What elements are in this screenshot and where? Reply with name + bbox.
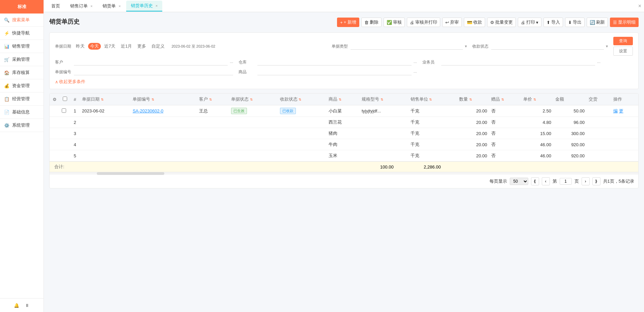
sidebar-item-inventory[interactable]: 🏠 库存核算 xyxy=(0,66,44,79)
cell-actions: 编更 xyxy=(611,105,638,117)
cell-price: 46.00 xyxy=(521,150,553,161)
col-price[interactable]: 单价 ⇅ xyxy=(521,94,553,105)
page-next-button[interactable]: › xyxy=(582,177,590,185)
cell-payment-status xyxy=(278,139,327,150)
sort-customer-icon: ⇅ xyxy=(209,98,212,101)
audit-print-button[interactable]: 🖨 审核并打印 xyxy=(407,18,440,27)
col-doc-num[interactable]: 单据编号 ⇅ xyxy=(131,94,197,105)
col-gift[interactable]: 赠品 ⇅ xyxy=(489,94,521,105)
per-page-select[interactable]: 50 100 200 xyxy=(510,178,528,185)
date-tag-7days[interactable]: 近7天 xyxy=(102,43,117,50)
date-tag-1month[interactable]: 近1月 xyxy=(119,43,134,50)
cell-check[interactable] xyxy=(60,150,70,161)
purchase-mgmt-icon: 🛒 xyxy=(4,57,9,62)
filter-payment-status: 收款状态 ▾ xyxy=(472,43,608,50)
select-all-checkbox[interactable] xyxy=(63,97,67,101)
print-icon: 🖨 xyxy=(521,20,525,25)
tab-sales-order[interactable]: 销售订单 × xyxy=(65,1,97,11)
tab-sales-delivery[interactable]: 销货单 × xyxy=(98,1,125,11)
sidebar-item-finance[interactable]: 💰 资金管理 xyxy=(0,79,44,93)
delete-button[interactable]: 🗑 删除 xyxy=(361,18,382,27)
tab-sales-history[interactable]: 销货单历史 × xyxy=(126,1,162,11)
new-button[interactable]: + + 新增 xyxy=(337,18,359,27)
col-date[interactable]: 单据日期 ⇅ xyxy=(80,94,131,105)
query-settings-button[interactable]: 设置 xyxy=(613,47,633,56)
doc-type-label: 单据类型 xyxy=(332,44,348,49)
product-input[interactable] xyxy=(257,69,411,75)
audit-button[interactable]: ✅ 审核 xyxy=(384,18,405,27)
warehouse-input[interactable] xyxy=(257,59,411,66)
customer-picker-icon[interactable]: ··· xyxy=(230,60,233,65)
collect-button[interactable]: 💳 收款 xyxy=(464,18,485,27)
sidebar-item-label: 采购管理 xyxy=(12,56,30,62)
more-action-link[interactable]: 更 xyxy=(619,108,623,113)
page-number-input[interactable] xyxy=(560,178,572,185)
tab-sales-order-close[interactable]: × xyxy=(90,4,92,8)
cell-check[interactable] xyxy=(60,117,70,128)
cell-check[interactable] xyxy=(60,139,70,150)
tab-sales-delivery-close[interactable]: × xyxy=(118,4,120,8)
batch-change-button[interactable]: ⚙ 批量变更 xyxy=(487,18,516,27)
export-button[interactable]: ⬇ 导出 xyxy=(565,18,585,27)
show-detail-button[interactable]: ☰ 显示明细 xyxy=(610,18,639,27)
doc-num-input[interactable] xyxy=(74,69,233,75)
sidebar-item-quick-nav[interactable]: ⚡ 快捷导航 xyxy=(0,27,44,40)
pause-icon[interactable]: ⏸ xyxy=(23,301,31,309)
filter-product: 商品 ··· xyxy=(239,69,417,75)
col-customer[interactable]: 客户 ⇅ xyxy=(197,94,229,105)
doc-num-link[interactable]: SA-20230602-0 xyxy=(133,108,163,113)
refresh-button[interactable]: 🔄 刷新 xyxy=(587,18,608,27)
col-settings[interactable]: ⚙ xyxy=(50,94,60,105)
page-prev-button[interactable]: ‹ xyxy=(542,177,550,185)
cell-qty: 20.00 xyxy=(457,139,489,150)
sidebar-item-label: 销售管理 xyxy=(12,43,30,49)
sidebar-item-operations[interactable]: 📋 经营管理 xyxy=(0,93,44,106)
page-first-button[interactable]: ⟪ xyxy=(531,177,539,185)
col-spec[interactable]: 规格型号 ⇅ xyxy=(360,94,409,105)
date-tag-today[interactable]: 今天 xyxy=(88,43,101,50)
col-qty[interactable]: 数量 ⇅ xyxy=(457,94,489,105)
query-search-button[interactable]: 查询 xyxy=(613,37,633,45)
page-last-button[interactable]: ⟫ xyxy=(592,177,600,185)
notification-icon[interactable]: 🔔 xyxy=(12,301,21,309)
staff-input[interactable] xyxy=(441,59,595,66)
horizontal-scrollbar[interactable] xyxy=(50,172,638,175)
import-button[interactable]: ⬆ 导入 xyxy=(543,18,563,27)
customer-input[interactable] xyxy=(74,59,228,66)
date-tag-custom[interactable]: 自定义 xyxy=(149,43,167,50)
table-row: 1 2023-06-02 SA-20230602-0 王总 已生效 已收款 小白… xyxy=(50,105,638,117)
product-picker-icon[interactable]: ··· xyxy=(414,70,417,75)
date-tag-more[interactable]: 更多 xyxy=(135,43,148,50)
sidebar-item-purchase-mgmt[interactable]: 🛒 采购管理 xyxy=(0,53,44,66)
col-check[interactable] xyxy=(60,94,70,105)
col-payment-status[interactable]: 收款状态 ⇅ xyxy=(278,94,327,105)
cell-check[interactable] xyxy=(60,105,70,117)
abandon-button[interactable]: ↩ 弃审 xyxy=(442,18,462,27)
payment-status-dropdown-icon[interactable]: ▾ xyxy=(606,44,608,49)
col-product[interactable]: 商品 ⇅ xyxy=(327,94,360,105)
staff-picker-icon[interactable]: ··· xyxy=(597,60,600,65)
export-icon: ⬇ xyxy=(568,20,572,25)
sidebar-item-search-menu[interactable]: 🔍 搜索菜单 xyxy=(0,14,44,27)
sidebar-item-basic-info[interactable]: 📄 基础信息 xyxy=(0,106,44,119)
doc-type-input[interactable] xyxy=(351,43,463,50)
cell-check[interactable] xyxy=(60,128,70,139)
show-detail-icon: ☰ xyxy=(613,20,617,25)
doc-type-dropdown-icon[interactable]: ▾ xyxy=(465,44,467,49)
tab-sales-history-close[interactable]: × xyxy=(156,4,158,8)
cell-amount: 920.00 xyxy=(553,139,587,150)
filter-row-2: 客户 ··· 仓库 ··· 业务员 ··· xyxy=(55,59,633,66)
warehouse-picker-icon[interactable]: ··· xyxy=(414,60,417,65)
row-checkbox[interactable] xyxy=(62,108,66,113)
col-doc-status[interactable]: 单据状态 ⇅ xyxy=(229,94,278,105)
sidebar-item-system[interactable]: ⚙️ 系统管理 xyxy=(0,119,44,132)
print-button[interactable]: 🖨 打印 ▾ xyxy=(518,18,541,27)
col-unit[interactable]: 销售单位 ⇅ xyxy=(409,94,457,105)
collapse-filter-button[interactable]: ∧ 收起更多条件 xyxy=(55,79,633,85)
edit-action-link[interactable]: 编 xyxy=(613,108,618,113)
tab-bar-close-all[interactable]: × xyxy=(638,3,641,9)
sidebar-item-sales-mgmt[interactable]: 📊 销售管理 xyxy=(0,40,44,53)
tab-home[interactable]: 首页 xyxy=(47,1,65,11)
payment-status-input[interactable] xyxy=(491,43,604,50)
date-tag-yesterday[interactable]: 昨天 xyxy=(74,43,87,50)
